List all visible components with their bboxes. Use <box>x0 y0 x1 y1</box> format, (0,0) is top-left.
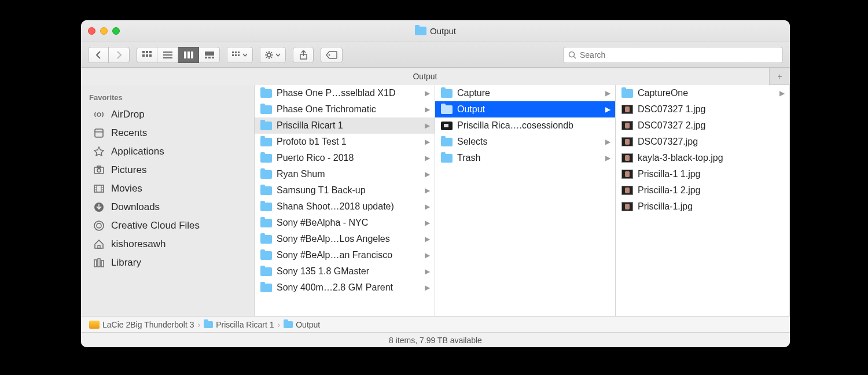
file-row[interactable]: Phase One Trichromatic▶ <box>255 101 435 117</box>
image-thumb-icon <box>621 170 633 179</box>
sidebar-item-applications[interactable]: Applications <box>81 142 254 161</box>
column-view: Phase One P…sselblad X1D▶Phase One Trich… <box>255 85 790 316</box>
sidebar-item-movies[interactable]: Movies <box>81 179 254 198</box>
file-row[interactable]: Sony #BeAlp…an Francisco▶ <box>255 247 435 263</box>
file-name: Sony #BeAlp…an Francisco <box>277 250 420 260</box>
file-row[interactable]: Sony #BeAlpha - NYC▶ <box>255 215 435 231</box>
file-row[interactable]: Priscilla Ricart 1▶ <box>255 117 435 134</box>
tags-button[interactable] <box>321 47 343 63</box>
downloads-icon <box>93 201 105 214</box>
sidebar-item-airdrop[interactable]: AirDrop <box>81 105 254 124</box>
svg-line-28 <box>271 57 272 58</box>
file-row[interactable]: DSC07327 2.jpg <box>616 117 789 134</box>
arrange-button[interactable] <box>227 47 253 63</box>
file-row[interactable]: Output▶ <box>435 101 615 117</box>
file-name: Selects <box>457 137 601 147</box>
image-thumb-icon <box>621 202 633 211</box>
file-row[interactable]: Trash▶ <box>435 150 615 166</box>
chevron-right-icon: ▶ <box>425 138 430 146</box>
search-icon <box>568 51 576 59</box>
sidebar-item-label: Library <box>111 257 141 269</box>
folder-icon <box>260 219 272 227</box>
file-row[interactable]: Profoto b1 Test 1▶ <box>255 134 435 150</box>
folder-icon <box>260 105 272 114</box>
gallery-view-button[interactable] <box>199 47 220 63</box>
folder-icon <box>441 154 453 163</box>
search-field[interactable] <box>563 47 783 63</box>
svg-point-33 <box>569 52 575 57</box>
file-name: Phase One P…sselblad X1D <box>277 88 420 98</box>
tab-output[interactable]: Output <box>81 68 769 85</box>
path-separator: › <box>278 320 281 329</box>
sidebar-item-label: Creative Cloud Files <box>111 220 200 231</box>
file-row[interactable]: Priscilla-1 2.jpg <box>616 182 789 198</box>
svg-rect-9 <box>184 52 186 58</box>
chevron-right-icon: ▶ <box>605 154 610 162</box>
chevron-right-icon: ▶ <box>605 89 610 97</box>
sidebar-item-home[interactable]: kishoresawh <box>81 235 254 253</box>
file-row[interactable]: Phase One P…sselblad X1D▶ <box>255 85 435 101</box>
list-view-button[interactable] <box>157 47 178 63</box>
gear-icon <box>265 51 273 59</box>
file-row[interactable]: Samsung T1 Back-up▶ <box>255 182 435 198</box>
svg-point-22 <box>267 53 271 57</box>
folder-icon <box>441 89 453 98</box>
file-row[interactable]: Capture▶ <box>435 85 615 101</box>
back-button[interactable] <box>88 47 109 63</box>
svg-rect-1 <box>146 51 148 53</box>
file-row[interactable]: Sony 400m…2.8 GM Parent▶ <box>255 280 435 296</box>
svg-rect-36 <box>95 129 103 137</box>
sidebar-section-header: Favorites <box>81 91 254 105</box>
sidebar-item-cc[interactable]: Creative Cloud Files <box>81 216 254 235</box>
column-3[interactable]: CaptureOne▶DSC07327 1.jpgDSC07327 2.jpgD… <box>616 85 790 316</box>
file-row[interactable]: Priscilla Rica….cosessiondb <box>435 117 615 134</box>
file-row[interactable]: Puerto Rico - 2018▶ <box>255 150 435 166</box>
sidebar-item-recents[interactable]: Recents <box>81 124 254 142</box>
file-row[interactable]: DSC07327.jpg <box>616 134 789 150</box>
tab-bar: Output + <box>81 68 790 85</box>
column-1[interactable]: Phase One P…sselblad X1D▶Phase One Trich… <box>255 85 435 316</box>
file-row[interactable]: Priscilla-1.jpg <box>616 198 789 215</box>
chevron-down-icon <box>275 53 281 57</box>
folder-icon <box>415 27 426 35</box>
file-row[interactable]: Sony #BeAlp…Los Angeles▶ <box>255 231 435 247</box>
file-row[interactable]: Shana Shoot…2018 update)▶ <box>255 198 435 215</box>
maximize-button[interactable] <box>112 27 120 35</box>
forward-button[interactable] <box>109 47 130 63</box>
sidebar-item-pictures[interactable]: Pictures <box>81 161 254 179</box>
share-button[interactable] <box>293 47 314 63</box>
svg-point-39 <box>97 169 101 172</box>
sidebar-item-library[interactable]: Library <box>81 253 254 272</box>
path-segment[interactable]: Output <box>284 320 320 329</box>
file-row[interactable]: Sony 135 1.8 GMaster▶ <box>255 263 435 280</box>
action-button[interactable] <box>260 47 286 63</box>
new-tab-button[interactable]: + <box>769 68 790 85</box>
file-row[interactable]: kayla-3-black-top.jpg <box>616 150 789 166</box>
file-row[interactable]: Selects▶ <box>435 134 615 150</box>
close-button[interactable] <box>88 27 95 35</box>
svg-line-27 <box>266 52 267 53</box>
file-row[interactable]: CaptureOne▶ <box>616 85 789 101</box>
path-label: Priscilla Ricart 1 <box>216 320 274 329</box>
file-name: Phase One Trichromatic <box>277 104 420 115</box>
svg-rect-10 <box>187 52 190 58</box>
file-name: kayla-3-black-top.jpg <box>638 153 785 163</box>
path-segment[interactable]: LaCie 2Big Thunderbolt 3 <box>89 320 194 329</box>
file-row[interactable]: DSC07327 1.jpg <box>616 101 789 117</box>
svg-rect-19 <box>232 54 234 56</box>
minimize-button[interactable] <box>100 27 108 35</box>
file-row[interactable]: Priscilla-1 1.jpg <box>616 166 789 182</box>
sidebar-item-downloads[interactable]: Downloads <box>81 198 254 216</box>
file-name: Ryan Shum <box>277 169 420 179</box>
icon-view-button[interactable] <box>137 47 157 63</box>
chevron-right-icon: ▶ <box>425 219 430 227</box>
sidebar-item-label: Applications <box>111 146 164 157</box>
column-view-button[interactable] <box>178 47 199 63</box>
path-segment[interactable]: Priscilla Ricart 1 <box>204 320 274 329</box>
file-name: DSC07327.jpg <box>638 137 785 147</box>
svg-rect-20 <box>235 54 237 56</box>
column-2[interactable]: Capture▶Output▶Priscilla Rica….cosession… <box>435 85 616 316</box>
chevron-right-icon: ▶ <box>425 235 430 243</box>
search-input[interactable] <box>580 50 778 60</box>
file-row[interactable]: Ryan Shum▶ <box>255 166 435 182</box>
